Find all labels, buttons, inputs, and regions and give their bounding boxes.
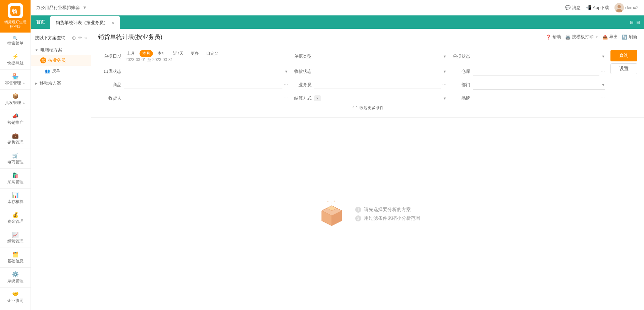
plan-item-by-order[interactable]: 👥 按单 [31, 66, 91, 76]
section-desktop-title[interactable]: ▼ 电脑端方案 [31, 45, 91, 55]
edit-icon[interactable]: ✏ [78, 35, 82, 41]
settlement-control[interactable]: × ▼ [314, 94, 447, 103]
department-control[interactable]: ▼ [473, 80, 605, 90]
ecommerce-label: 电商管理 [7, 160, 23, 164]
brand-control[interactable]: ··· [473, 94, 605, 102]
sidebar-item-marketing[interactable]: 📣 营销推广 [0, 109, 31, 129]
date-btn-lastmonth[interactable]: 上月 [124, 50, 138, 57]
filter-department: 部门 ▼ [447, 80, 605, 90]
goods-dots[interactable]: ··· [284, 82, 288, 89]
right-panel: 销货单统计表(按业务员) ❓ 帮助 🖨️ 按模板打印 ▼ 📤 导出 [91, 29, 644, 310]
warehouse-dots[interactable]: ··· [601, 68, 605, 75]
svg-text:↑: ↑ [330, 200, 332, 205]
refresh-btn[interactable]: 🔄 刷新 [622, 34, 637, 40]
add-icon[interactable]: ⊕ [72, 35, 76, 41]
message-icon: 💬 [565, 5, 571, 10]
settlement-tag-close[interactable]: × [316, 96, 319, 101]
collapse-left-icon[interactable]: « [84, 35, 87, 41]
svg-point-3 [618, 5, 621, 8]
search-menu[interactable]: 🔍 搜索菜单 [0, 33, 31, 50]
user-area[interactable]: demo2 [614, 3, 639, 12]
date-btn-custom[interactable]: 自定义 [204, 50, 221, 57]
plan-item-salesperson[interactable]: 按 按业务员 [31, 55, 91, 66]
date-btn-thisyear[interactable]: 本年 [155, 50, 168, 57]
receiptstatus-label: 收款状态 [288, 68, 312, 74]
recipient-control[interactable]: ··· [124, 94, 288, 102]
tab-close-icon[interactable]: ✕ [111, 21, 114, 25]
recipient-dots[interactable]: ··· [284, 95, 288, 102]
collapse-label: 收起更多条件 [360, 105, 384, 111]
sidebar-item-sales[interactable]: 💼 销售管理 [0, 129, 31, 149]
help-btn[interactable]: ❓ 帮助 [546, 34, 561, 40]
warehouse-control[interactable]: ··· [473, 67, 605, 75]
main-content: ↑ ✦ ✦ 1 请先选择要分析的方案 2 用过滤条件来缩小分析范围 [91, 118, 644, 310]
sidebar-item-enterprise[interactable]: 🤝 企业协同 [0, 288, 31, 307]
print-dropdown-icon: ▼ [595, 35, 598, 39]
print-icon: 🖨️ [565, 35, 571, 40]
basic-label: 基础信息 [7, 259, 23, 263]
sidebar-item-inventory[interactable]: 📊 库存核算 [0, 189, 31, 208]
department-label: 部门 [447, 82, 470, 88]
tab-minimize-icon[interactable]: ⊟ [630, 20, 634, 25]
filter-salesperson: 业务员 ··· [288, 81, 447, 89]
sidebar-item-finance[interactable]: 💰 资金管理 [0, 208, 31, 228]
date-btn-more[interactable]: 更多 [188, 50, 202, 57]
download-icon: 📲 [586, 5, 591, 10]
salesperson-input[interactable] [314, 81, 441, 89]
doctype-arrow: ▼ [443, 54, 447, 58]
date-btn-7days[interactable]: 近7天 [170, 50, 186, 57]
refresh-label: 刷新 [629, 34, 637, 40]
sidebar-item-basic[interactable]: 🗂️ 基础信息 [0, 248, 31, 268]
basic-icon: 🗂️ [1, 251, 29, 258]
user-name: demo2 [625, 5, 639, 10]
date-btn-thismonth[interactable]: 本月 [140, 50, 153, 57]
salesperson-control[interactable]: ··· [314, 81, 447, 89]
export-btn[interactable]: 📤 导出 [602, 34, 618, 40]
retail-icon: 🏪 [1, 73, 29, 80]
sales-label: 销售管理 [7, 140, 23, 145]
brand-dots[interactable]: ··· [601, 95, 605, 102]
salesperson-dots[interactable]: ··· [442, 82, 446, 89]
sidebar-item-operations[interactable]: 📈 经营管理 [0, 228, 31, 248]
svg-text:✦: ✦ [327, 200, 329, 203]
filter-area: 单据日期 上月 本月 本年 近7天 更多 自定义 [91, 45, 644, 118]
left-panel-title: 按以下方案查询 [35, 35, 65, 41]
goods-control[interactable]: ··· [124, 81, 288, 89]
tab-sales-stat-label: 销货单统计表（按业务员） [56, 20, 108, 26]
breadcrumb-dropdown-arrow[interactable]: ▼ [83, 5, 87, 10]
empty-illustration: ↑ ✦ ✦ [315, 197, 348, 231]
warehouse-input[interactable] [473, 67, 599, 75]
sidebar-item-quicknav[interactable]: ⚡ 快捷导航 [0, 50, 31, 70]
docstatus-control[interactable]: ▼ [473, 52, 605, 61]
sidebar-item-newuser[interactable]: 🎯 新手引导 [0, 307, 31, 310]
message-btn[interactable]: 💬 消息 [565, 5, 581, 11]
section-mobile-title[interactable]: ▶ 移动端方案 [31, 78, 91, 88]
sidebar-item-wholesale[interactable]: 📦 批发管理 ▲ [0, 90, 31, 109]
collapse-filter-btn[interactable]: ⌃⌃ 收起更多条件 [98, 103, 637, 113]
tab-sales-stat[interactable]: 销货单统计表（按业务员） ✕ [50, 16, 120, 30]
message-label: 消息 [572, 5, 581, 11]
goods-input[interactable] [124, 81, 282, 89]
triangle-mobile-icon: ▶ [35, 82, 38, 85]
sidebar-item-retail[interactable]: 🏪 零售管理 ▲ [0, 70, 31, 90]
sidebar-item-ecommerce[interactable]: 🛒 电商管理 [0, 149, 31, 169]
sidebar-item-system[interactable]: ⚙️ 系统管理 [0, 268, 31, 288]
filter-action-buttons: 查询 设置 [610, 50, 637, 74]
tab-maximize-icon[interactable]: ⊞ [636, 20, 640, 25]
sidebar-item-purchase[interactable]: 🛍️ 采购管理 [0, 169, 31, 189]
doctype-control[interactable]: ▼ [314, 52, 447, 61]
outstatus-control[interactable]: ▼ [124, 67, 288, 76]
logo-text: 畅捷通好生意 标准版 [4, 19, 26, 29]
receiptstatus-control[interactable]: ▼ [314, 67, 447, 76]
app-download-btn[interactable]: 📲 App下载 [586, 5, 609, 11]
print-btn[interactable]: 🖨️ 按模板打印 ▼ [565, 34, 598, 40]
filter-goods: 商品 ··· [98, 81, 288, 89]
settings-button[interactable]: 设置 [610, 63, 637, 74]
query-button[interactable]: 查询 [610, 50, 637, 61]
tab-bar: 首页 销货单统计表（按业务员） ✕ ⊟ ⊞ [31, 15, 644, 29]
filter-row-2: 出库状态 ▼ 收款状态 [98, 67, 605, 76]
recipient-input[interactable] [124, 94, 282, 102]
brand-input[interactable] [473, 94, 599, 102]
section-mobile: ▶ 移动端方案 [31, 78, 91, 88]
tab-home[interactable]: 首页 [31, 15, 50, 29]
